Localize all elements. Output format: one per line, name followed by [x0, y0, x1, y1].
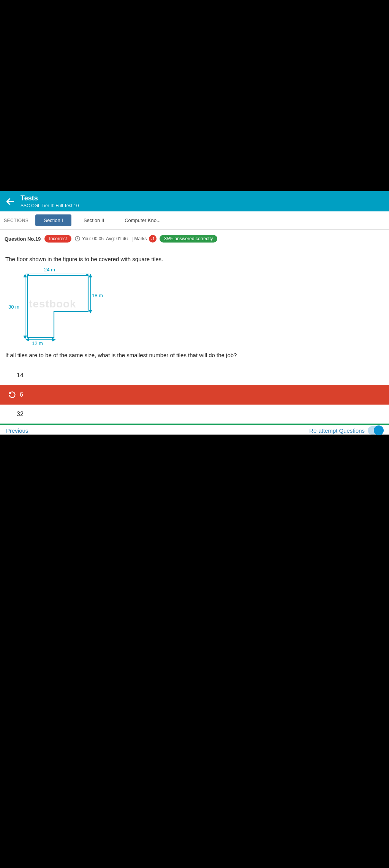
- option-2-selected-wrong[interactable]: 6: [0, 385, 389, 405]
- option-2-text: 6: [20, 391, 23, 398]
- question-body: The floor shown in the figure is to be c…: [0, 248, 389, 347]
- previous-button[interactable]: Previous: [6, 427, 28, 434]
- option-3[interactable]: 32: [0, 405, 389, 424]
- clock-icon: [74, 236, 81, 242]
- figure-label-top: 24 m: [44, 267, 55, 273]
- time-you: You: 00:05: [82, 236, 104, 241]
- status-badge-incorrect: Incorrect: [44, 235, 71, 243]
- reattempt-label: Re-attempt Questions: [309, 427, 365, 434]
- header-subtitle: SSC CGL Tier II: Full Test 10: [21, 203, 79, 208]
- tab-section-2[interactable]: Section II: [75, 214, 112, 226]
- footer-right: Re-attempt Questions: [309, 426, 383, 435]
- back-arrow-icon[interactable]: [5, 197, 15, 206]
- screen: Tests SSC CGL Tier II: Full Test 10 SECT…: [0, 0, 389, 868]
- header-text: Tests SSC CGL Tier II: Full Test 10: [21, 194, 79, 208]
- question-figure: 24 m 30 m 18 m 12 m: [5, 267, 384, 347]
- correct-percent-badge: 35% answered correctly: [160, 235, 217, 243]
- marks-value-badge: -1: [149, 235, 157, 243]
- toggle-knob: [374, 425, 384, 435]
- tab-section-1[interactable]: Section I: [35, 214, 71, 226]
- footer-bar: Previous Re-attempt Questions: [0, 425, 389, 435]
- reattempt-toggle[interactable]: [368, 426, 383, 435]
- option-3-text: 32: [17, 411, 24, 417]
- section-tabs-row: SECTIONS Section I Section II Computer K…: [0, 211, 389, 230]
- svg-marker-2: [27, 276, 88, 337]
- figure-shape: [24, 274, 100, 342]
- option-1-text: 14: [17, 372, 24, 378]
- question-text-line2: If all tiles are to be of the same size,…: [0, 350, 389, 366]
- question-text-line1: The floor shown in the figure is to be c…: [5, 255, 384, 263]
- marks-label: Marks: [134, 236, 147, 241]
- time-avg: Avg: 01:46: [106, 236, 128, 241]
- sections-label: SECTIONS: [4, 218, 28, 223]
- header-title: Tests: [21, 194, 79, 202]
- option-1[interactable]: 14: [0, 366, 389, 385]
- correct-percent-text: 35% answered correctly: [164, 236, 213, 241]
- question-meta-row: Question No.19 Incorrect You: 00:05 Avg:…: [0, 230, 389, 248]
- figure-label-left: 30 m: [8, 304, 19, 310]
- tab-computer-knowledge[interactable]: Computer Kno...: [116, 214, 169, 226]
- refresh-icon: [8, 391, 16, 399]
- meta-divider: |: [131, 236, 133, 242]
- app-header: Tests SSC CGL Tier II: Full Test 10: [0, 191, 389, 211]
- app-window: Tests SSC CGL Tier II: Full Test 10 SECT…: [0, 191, 389, 435]
- status-badge-text: Incorrect: [49, 236, 67, 241]
- question-number: Question No.19: [5, 236, 41, 242]
